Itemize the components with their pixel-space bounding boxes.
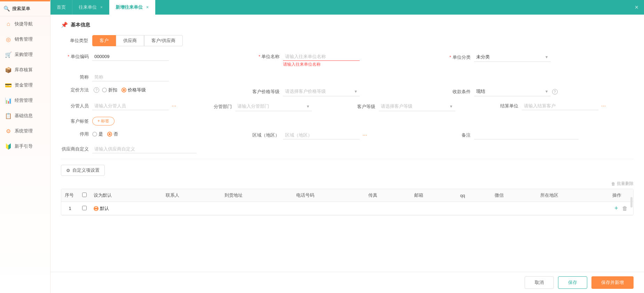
radio-price-level[interactable]: 价格等级	[121, 87, 146, 93]
radio-disabled-no[interactable]: 否	[107, 131, 118, 137]
settlement-unit-input[interactable]	[522, 102, 598, 110]
batch-delete-icon: 🗑	[611, 181, 615, 186]
radio-price-level-circle	[121, 88, 126, 92]
department-arrow: ▼	[306, 104, 310, 108]
unit-code-input[interactable]	[92, 52, 169, 61]
table-row-checkbox[interactable]	[82, 206, 87, 210]
row-delete-button[interactable]: 🗑	[621, 205, 629, 211]
tab-partners[interactable]: 往来单位 ×	[72, 0, 109, 15]
field-short-name: 简称	[61, 73, 634, 81]
settlement-unit-label: 结算单位	[490, 103, 522, 109]
sidebar-search[interactable]: 🔍 搜索菜单	[0, 1, 50, 16]
unit-type-row: 单位类型 客户 供应商 客户/供应商	[61, 35, 634, 46]
payment-terms-label: 收款条件	[443, 89, 474, 95]
unit-category-value: 未分类	[476, 54, 545, 60]
manager-input[interactable]	[92, 102, 169, 110]
supplier-custom-label: 供应商自定义	[61, 146, 92, 152]
unit-category-label: 单位分类	[443, 54, 474, 60]
form-divider	[61, 159, 634, 159]
radio-discount[interactable]: 折扣	[102, 87, 117, 93]
section-title-text: 基本信息	[71, 22, 90, 28]
field-disabled: 停用 是 否	[61, 131, 252, 137]
unit-name-input[interactable]	[283, 52, 360, 61]
th-email: 邮箱	[411, 189, 457, 202]
field-unit-code: 单位编码	[61, 52, 252, 61]
sidebar-item-inventory[interactable]: 📦 库存核算	[0, 62, 50, 78]
unit-type-supplier-btn[interactable]: 供应商	[116, 35, 144, 46]
payment-terms-arrow: ▼	[545, 89, 549, 93]
field-customer-price-level: 客户价格等级 请选择客户价格等级 ▼	[252, 87, 442, 96]
batch-delete-area: 🗑 批量删除	[61, 181, 634, 187]
td-fax	[365, 202, 411, 215]
default-radio[interactable]: 默认	[94, 205, 159, 212]
operations-icon: 📊	[5, 97, 12, 104]
sidebar-item-finance[interactable]: 💳 资金管理	[0, 78, 50, 93]
manager-label: 分管人员	[61, 103, 92, 109]
sidebar-item-quick-nav[interactable]: ⌂ 快捷导航	[0, 16, 50, 32]
tab-partners-close[interactable]: ×	[100, 5, 103, 10]
settlement-unit-more-btn[interactable]: ···	[600, 103, 607, 109]
payment-terms-select[interactable]: 现结 ▼	[474, 87, 551, 96]
unit-type-both-btn[interactable]: 客户/供应商	[144, 35, 183, 46]
th-address: 到货地址	[221, 189, 293, 202]
unit-type-customer-btn[interactable]: 客户	[92, 35, 116, 46]
td-address	[221, 202, 293, 215]
field-supplier-custom: 供应商自定义	[61, 145, 634, 153]
short-name-input[interactable]	[92, 73, 169, 81]
field-pricing-method: 定价方法 ? 折扣 价格等级	[61, 87, 252, 93]
form-row-short-name: 简称	[61, 73, 634, 81]
radio-disabled-yes[interactable]: 是	[92, 131, 103, 137]
cancel-button[interactable]: 取消	[525, 276, 554, 289]
batch-delete-button[interactable]: 🗑 批量删除	[611, 181, 634, 187]
customer-price-level-select[interactable]: 请选择客户价格等级 ▼	[283, 87, 360, 96]
window-close-button[interactable]: ×	[629, 4, 644, 11]
th-contact: 联系人	[162, 189, 221, 202]
manager-more-btn[interactable]: ···	[170, 103, 178, 109]
sidebar-item-guide[interactable]: 🔰 新手引导	[0, 139, 50, 154]
custom-settings-button[interactable]: ⚙ 自定义项设置	[61, 165, 105, 176]
pricing-help-icon[interactable]: ?	[94, 87, 99, 93]
unit-code-label: 单位编码	[61, 54, 92, 60]
short-name-label: 简称	[61, 74, 92, 80]
disabled-label: 停用	[61, 131, 92, 137]
custom-settings-icon: ⚙	[66, 168, 70, 173]
table-select-all-checkbox[interactable]	[82, 193, 87, 197]
radio-disabled-no-label: 否	[113, 131, 118, 137]
tab-new-partner[interactable]: 新增往来单位 ×	[109, 0, 155, 15]
add-tag-button[interactable]: + 标签	[92, 117, 115, 125]
tab-home[interactable]: 首页	[50, 0, 72, 15]
sidebar-item-purchase[interactable]: 🛒 采购管理	[0, 47, 50, 62]
sidebar-item-operations[interactable]: 📊 经营管理	[0, 93, 50, 108]
sidebar-item-label: 库存核算	[15, 67, 33, 73]
default-radio-label: 默认	[100, 205, 109, 212]
sidebar-item-system[interactable]: ⚙ 系统管理	[0, 123, 50, 139]
th-region: 所在地区	[537, 189, 609, 202]
department-select[interactable]: 请输入分管部门 ▼	[235, 102, 312, 111]
remarks-input[interactable]	[474, 131, 579, 139]
form-area: 📌 基本信息 单位类型 客户 供应商 客户/供应商 单位编码 单位名称 请输入往…	[50, 15, 644, 272]
th-phone: 电话号码	[293, 189, 365, 202]
unit-type-label: 单位类型	[61, 38, 92, 44]
table-scrollbar[interactable]	[630, 197, 633, 207]
customer-level-select[interactable]: 请选择客户等级 ▼	[379, 102, 455, 111]
td-seq: 1	[61, 202, 79, 215]
batch-delete-label: 批量删除	[617, 181, 634, 187]
payment-terms-help-icon[interactable]: ?	[552, 89, 558, 95]
save-and-new-button[interactable]: 保存并新增	[591, 276, 634, 289]
radio-disabled-yes-label: 是	[99, 131, 103, 137]
region-input[interactable]	[283, 131, 360, 139]
th-qq: qq	[457, 189, 491, 202]
sales-icon: ◎	[5, 36, 12, 43]
sidebar-item-sales[interactable]: ◎ 销售管理	[0, 32, 50, 47]
tab-new-partner-label: 新增往来单位	[116, 4, 143, 10]
supplier-custom-input[interactable]	[92, 145, 197, 153]
field-remarks: 备注	[443, 131, 634, 139]
sidebar-item-base-info[interactable]: 📋 基础信息	[0, 108, 50, 123]
table-row: 1 默认	[61, 202, 633, 215]
sidebar-item-label: 系统管理	[15, 128, 33, 134]
region-more-btn[interactable]: ···	[361, 132, 368, 138]
tab-new-partner-close[interactable]: ×	[146, 5, 149, 10]
save-button[interactable]: 保存	[558, 276, 587, 289]
row-add-button[interactable]: +	[613, 205, 620, 212]
unit-category-select[interactable]: 未分类 ▼	[474, 52, 551, 62]
